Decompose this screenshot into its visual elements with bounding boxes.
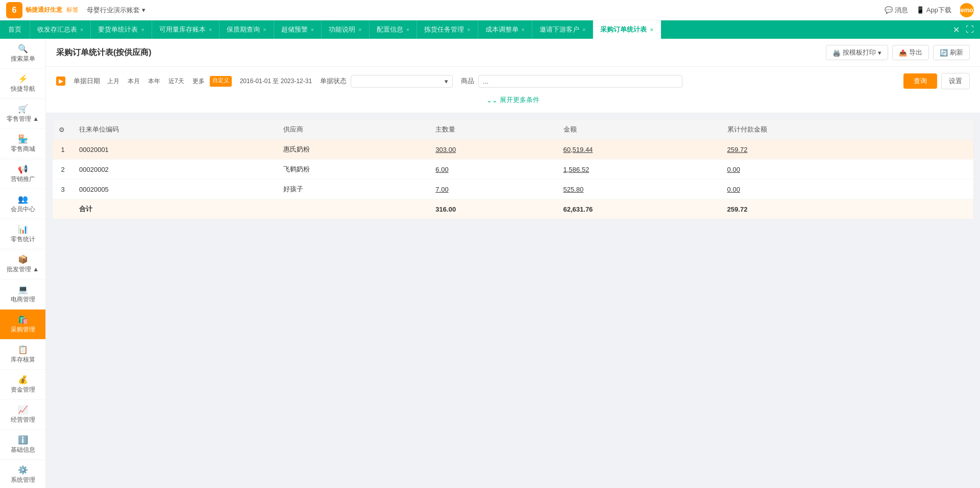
footer-supplier — [277, 199, 429, 219]
export-icon: 📤 — [899, 49, 907, 57]
sidebar-item-wholesale[interactable]: 📦 批发管理 ▲ — [0, 249, 45, 279]
row-paid[interactable]: 0.00 — [721, 179, 925, 199]
tab-close-icon[interactable]: × — [209, 27, 212, 33]
tab-close-icon[interactable]: × — [406, 27, 409, 33]
settings-button[interactable]: 设置 — [941, 73, 970, 89]
sidebar-item-inventory[interactable]: 📋 库存核算 — [0, 340, 45, 370]
tab-picking-tasks[interactable]: 拣货任务管理 × — [417, 20, 478, 39]
table-row[interactable]: 2 00020002 飞鹤奶粉 6.00 1,586.52 0.00 — [53, 160, 973, 179]
table-row[interactable]: 3 00020005 好孩子 7.00 525.80 0.00 — [53, 179, 973, 199]
shortcut-this-year[interactable]: 本年 — [145, 76, 163, 87]
status-select[interactable]: ▾ — [351, 75, 453, 88]
sidebar-item-purchase[interactable]: 🛍️ 采购管理 — [0, 310, 45, 340]
table-container: ⚙ 往来单位编码 供应商 主数量 金额 累计付款金额 1 00020001 惠氏… — [52, 119, 974, 220]
finance-icon: 💰 — [3, 375, 42, 384]
shortcut-7days[interactable]: 近7天 — [165, 76, 187, 87]
row-paid[interactable]: 0.00 — [721, 160, 925, 179]
app-download-label: App下载 — [926, 6, 951, 15]
tab-order-summary[interactable]: 要货单统计表 × — [91, 20, 152, 39]
export-button[interactable]: 📤 导出 — [892, 45, 929, 60]
sidebar-label: 基础信息 — [11, 446, 35, 453]
refresh-button[interactable]: 🔄 刷新 — [933, 45, 970, 60]
row-extra — [925, 140, 973, 160]
export-label: 导出 — [909, 48, 922, 57]
print-button[interactable]: 🖨️ 按模板打印 ▾ — [826, 45, 888, 60]
tab-function-desc[interactable]: 功能说明 × — [322, 20, 369, 39]
sidebar-item-ecommerce[interactable]: 💻 电商管理 — [0, 279, 45, 310]
retail-mall-icon: 🏪 — [3, 134, 42, 144]
avatar[interactable]: demo2 — [960, 3, 974, 17]
system-icon: ⚙️ — [3, 465, 42, 475]
shortcut-this-month[interactable]: 本月 — [125, 76, 143, 87]
tab-close-icon[interactable]: × — [311, 27, 314, 33]
filter-collapse-arrow[interactable]: ▶ — [56, 76, 65, 86]
sidebar-item-quicknav[interactable]: ⚡ 快捷导航 — [0, 69, 45, 99]
sidebar-label: 零售商城 — [11, 145, 35, 152]
tab-close-icon[interactable]: × — [582, 27, 585, 33]
table-row[interactable]: 1 00020001 惠氏奶粉 303.00 60,519.44 259.72 — [53, 140, 973, 160]
tab-purchase-summary[interactable]: 采购订单统计表 × — [593, 20, 660, 39]
tab-invite-downstream[interactable]: 邀请下游客户 × — [532, 20, 593, 39]
app-download-button[interactable]: 📱 App下载 — [916, 6, 951, 15]
expand-icon: ⌄⌄ — [486, 96, 498, 104]
page-actions: 🖨️ 按模板打印 ▾ 📤 导出 🔄 刷新 — [826, 45, 970, 60]
tab-warranty-query[interactable]: 保质期查询 × — [219, 20, 274, 39]
row-amount[interactable]: 525.80 — [557, 179, 721, 199]
tab-inventory-ledger[interactable]: 可用量库存账本 × — [152, 20, 219, 39]
tab-close-icon[interactable]: × — [467, 27, 470, 33]
row-paid[interactable]: 259.72 — [721, 140, 925, 160]
tab-label: 采购订单统计表 — [600, 25, 647, 34]
logo-text: 畅捷通好生意 — [26, 6, 62, 13]
row-quantity[interactable]: 7.00 — [429, 179, 557, 199]
shortcut-more[interactable]: 更多 — [189, 76, 208, 87]
row-extra — [925, 160, 973, 179]
tab-label: 成本调整单 — [485, 25, 519, 34]
tab-close-active-icon[interactable]: × — [650, 27, 653, 33]
message-button[interactable]: 💬 消息 — [885, 6, 908, 15]
refresh-icon: 🔄 — [940, 49, 948, 57]
goods-dots: ... — [483, 78, 488, 85]
footer-extra — [925, 199, 973, 219]
top-bar-right: 💬 消息 📱 App下载 demo2 — [885, 3, 974, 17]
sidebar-item-operations[interactable]: 📈 经营管理 — [0, 400, 45, 430]
sidebar-item-finance[interactable]: 💰 资金管理 — [0, 370, 45, 400]
table-col-extra — [925, 120, 973, 140]
tab-close-icon[interactable]: × — [141, 27, 144, 33]
expand-more-button[interactable]: ⌄⌄ 展开更多条件 — [482, 93, 544, 107]
row-quantity[interactable]: 6.00 — [429, 160, 557, 179]
sidebar-item-retail-stats[interactable]: 📊 零售统计 — [0, 219, 45, 249]
account-dropdown[interactable]: 母婴行业演示账套 ▾ — [83, 6, 150, 15]
footer-paid: 259.72 — [721, 199, 925, 219]
sidebar-item-search[interactable]: 🔍 搜索菜单 — [0, 39, 45, 69]
row-amount[interactable]: 60,519.44 — [557, 140, 721, 160]
tab-close-icon[interactable]: × — [263, 27, 266, 33]
expand-icon: ▲ — [33, 115, 39, 122]
sidebar-item-basic-info[interactable]: ℹ️ 基础信息 — [0, 430, 45, 460]
tab-overstock-warning[interactable]: 超储预警 × — [274, 20, 322, 39]
tab-label: 配置信息 — [377, 25, 403, 34]
sidebar-item-marketing[interactable]: 📢 营销推广 — [0, 159, 45, 189]
tab-cost-adjust[interactable]: 成本调整单 × — [478, 20, 532, 39]
goods-input[interactable]: ... — [478, 75, 682, 88]
row-index: 3 — [53, 179, 73, 199]
sidebar-item-retail[interactable]: 🛒 零售管理 ▲ — [0, 99, 45, 129]
tab-close-icon[interactable]: × — [80, 27, 83, 33]
info-icon: ℹ️ — [3, 435, 42, 445]
tab-config-info[interactable]: 配置信息 × — [370, 20, 417, 39]
shortcut-last-month[interactable]: 上月 — [104, 76, 122, 87]
row-quantity[interactable]: 303.00 — [429, 140, 557, 160]
sidebar-label: 系统管理 — [11, 476, 35, 483]
row-amount[interactable]: 1,586.52 — [557, 160, 721, 179]
tab-label: 拣货任务管理 — [424, 25, 464, 34]
tab-receive-summary[interactable]: 收发存汇总表 × — [30, 20, 91, 39]
sidebar-label: 采购管理 — [11, 326, 35, 333]
tab-maximize-icon[interactable]: ⛶ — [964, 23, 976, 36]
tab-close-icon[interactable]: × — [522, 27, 525, 33]
sidebar-item-system[interactable]: ⚙️ 系统管理 — [0, 460, 45, 488]
query-button[interactable]: 查询 — [903, 73, 937, 89]
tab-home[interactable]: 首页 — [0, 20, 30, 39]
tab-close-icon[interactable]: × — [358, 27, 361, 33]
tab-close-all-icon[interactable]: ✕ — [951, 23, 962, 37]
sidebar-item-members[interactable]: 👥 会员中心 — [0, 189, 45, 219]
sidebar-item-retail-mall[interactable]: 🏪 零售商城 — [0, 129, 45, 159]
